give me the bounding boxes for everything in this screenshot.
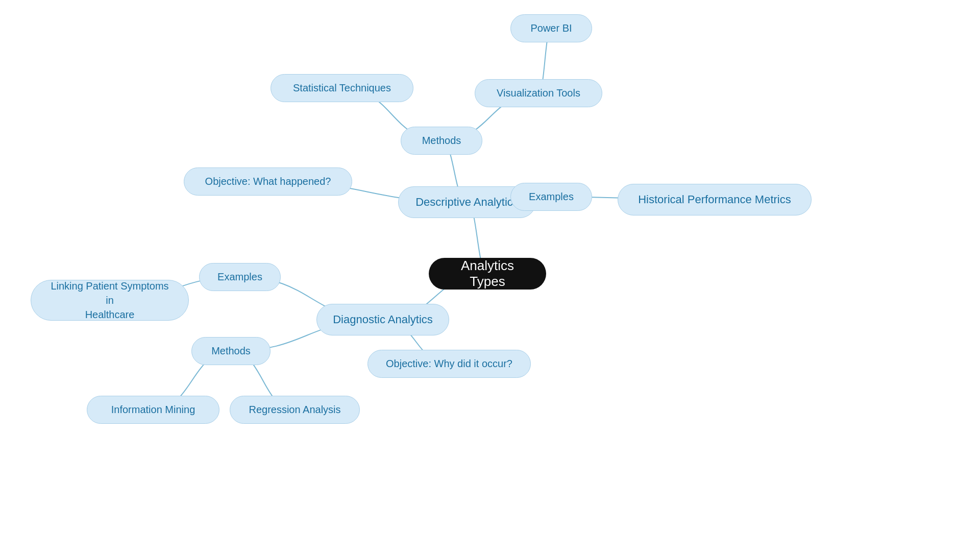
methods-top-node[interactable]: Methods (401, 127, 482, 155)
statistical-techniques-label: Statistical Techniques (293, 82, 391, 94)
objective-happened-node[interactable]: Objective: What happened? (184, 167, 352, 196)
diagnostic-analytics-label: Diagnostic Analytics (333, 313, 433, 326)
objective-occur-node[interactable]: Objective: Why did it occur? (368, 350, 531, 378)
methods-top-label: Methods (422, 135, 461, 147)
information-mining-node[interactable]: Information Mining (87, 396, 219, 424)
power-bi-label: Power BI (530, 22, 572, 34)
objective-happened-label: Objective: What happened? (205, 176, 331, 187)
visualization-tools-label: Visualization Tools (497, 87, 580, 99)
analytics-types-label: Analytics Types (449, 258, 526, 290)
linking-patient-label: Linking Patient Symptoms in Healthcare (45, 279, 174, 322)
historical-performance-label: Historical Performance Metrics (638, 193, 791, 206)
descriptive-analytics-label: Descriptive Analytics (415, 196, 519, 209)
linking-patient-node[interactable]: Linking Patient Symptoms in Healthcare (31, 280, 189, 321)
historical-performance-node[interactable]: Historical Performance Metrics (618, 184, 812, 215)
information-mining-label: Information Mining (111, 404, 195, 416)
regression-analysis-node[interactable]: Regression Analysis (230, 396, 360, 424)
methods-diag-node[interactable]: Methods (191, 337, 271, 365)
diagnostic-analytics-node[interactable]: Diagnostic Analytics (316, 304, 449, 335)
methods-diag-label: Methods (211, 345, 251, 357)
statistical-techniques-node[interactable]: Statistical Techniques (271, 74, 413, 102)
examples-diag-node[interactable]: Examples (199, 263, 281, 291)
power-bi-node[interactable]: Power BI (510, 14, 592, 42)
examples-diag-label: Examples (217, 271, 262, 283)
examples-top-node[interactable]: Examples (510, 183, 592, 211)
analytics-types-node[interactable]: Analytics Types (429, 258, 546, 290)
regression-analysis-label: Regression Analysis (249, 404, 340, 416)
examples-top-label: Examples (529, 191, 574, 203)
visualization-tools-node[interactable]: Visualization Tools (475, 79, 602, 107)
objective-occur-label: Objective: Why did it occur? (386, 358, 512, 370)
